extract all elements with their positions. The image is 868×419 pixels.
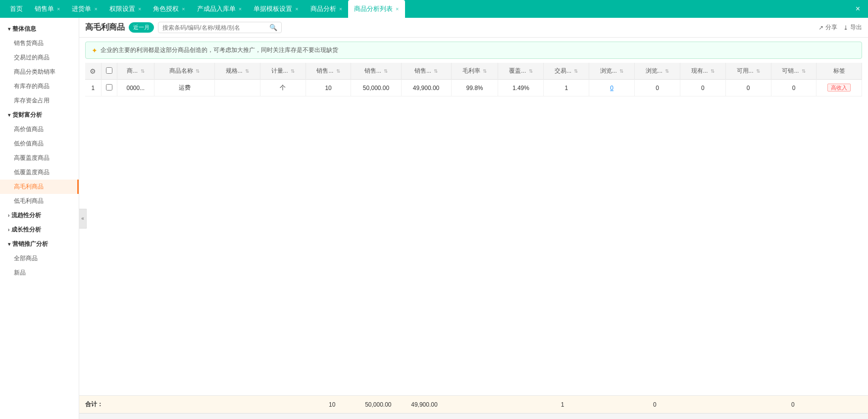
column-current[interactable]: 现有... ⇅	[680, 63, 725, 80]
close-tab-analysis[interactable]: ×	[339, 0, 342, 18]
sort-icon-sellable: ⇅	[802, 68, 806, 74]
sort-icon-gross-margin: ⇅	[483, 68, 487, 74]
close-tab-template[interactable]: ×	[295, 0, 298, 18]
tab-product-analysis[interactable]: 商品分析 ×	[305, 0, 348, 18]
column-sellable[interactable]: 可销... ⇅	[771, 63, 817, 80]
cell-spec	[214, 80, 260, 96]
cell-unit: 个	[260, 80, 306, 96]
close-tab-role[interactable]: ×	[182, 0, 185, 18]
share-icon: ↗	[818, 24, 823, 31]
export-icon: ⤓	[843, 24, 848, 31]
search-icon[interactable]: 🔍	[269, 24, 277, 31]
column-checkbox[interactable]	[101, 63, 117, 80]
horizontal-scrollbar[interactable]	[79, 413, 868, 419]
sidebar-group-growth[interactable]: › 成长性分析	[0, 223, 79, 237]
sort-icon-coverage: ⇅	[529, 68, 533, 74]
cell-code: 0000...	[117, 80, 154, 96]
cell-available: 0	[725, 80, 771, 96]
cell-gross-margin: 99.8%	[451, 80, 498, 96]
tab-template-settings[interactable]: 单据模板设置 ×	[248, 0, 304, 18]
tab-role-auth[interactable]: 角色授权 ×	[147, 0, 191, 18]
footer-label: 合计：	[85, 400, 125, 409]
column-sales-amount[interactable]: 销售... ⇅	[351, 63, 401, 80]
footer-total-bar: 合计： 10 50,000.00 49,900.00 1 0 0	[79, 395, 868, 413]
column-view1[interactable]: 浏览... ⇅	[589, 63, 635, 80]
footer-cell-empty9	[724, 401, 770, 408]
column-sales-cost[interactable]: 销售... ⇅	[401, 63, 451, 80]
sort-icon-code: ⇅	[141, 68, 145, 74]
column-settings[interactable]: ⚙	[85, 63, 101, 80]
close-all-tabs[interactable]: ×	[852, 4, 864, 13]
sidebar-group-marketing[interactable]: ▾ 营销推广分析	[0, 237, 79, 251]
cell-name: 运费	[154, 80, 215, 96]
page-title: 高毛利商品	[85, 22, 125, 33]
sidebar-item-category-rate[interactable]: 商品分类助销率	[0, 65, 79, 79]
main-layout: ▾ 整体信息 销售货商品 交易过的商品 商品分类助销率 有库存的商品 库存资金占…	[0, 18, 868, 419]
sort-icon-view1: ⇅	[619, 68, 623, 74]
cell-index: 1	[85, 80, 101, 96]
sidebar-item-stock-funds[interactable]: 库存资金占用	[0, 93, 79, 108]
footer-cell-empty6	[494, 401, 540, 408]
sidebar-item-all-goods[interactable]: 全部商品	[0, 251, 79, 266]
sidebar-item-high-coverage[interactable]: 高覆盖度商品	[0, 151, 79, 165]
sidebar-item-low-coverage[interactable]: 低覆盖度商品	[0, 165, 79, 180]
cell-checkbox[interactable]	[101, 80, 117, 96]
sidebar-item-high-margin[interactable]: 高毛利商品	[0, 180, 79, 194]
cell-view1[interactable]: 0	[589, 80, 635, 96]
tab-purchase-order[interactable]: 进货单 ×	[66, 0, 103, 18]
tab-product-inbound[interactable]: 产成品入库单 ×	[191, 0, 248, 18]
cell-sellable: 0	[771, 80, 817, 96]
sidebar-group-flow[interactable]: › 流趋性分析	[0, 208, 79, 223]
row-checkbox[interactable]	[106, 84, 112, 91]
close-tab-analysis-list[interactable]: ×	[396, 0, 399, 18]
tab-sales-order[interactable]: 销售单 ×	[29, 0, 66, 18]
sidebar-item-low-margin[interactable]: 低毛利商品	[0, 194, 79, 208]
footer-cell-empty8	[678, 401, 724, 408]
search-box: 🔍	[158, 22, 282, 33]
export-button[interactable]: ⤓ 导出	[843, 23, 862, 32]
column-spec[interactable]: 规格... ⇅	[214, 63, 260, 80]
column-trade[interactable]: 交易... ⇅	[544, 63, 589, 80]
column-coverage[interactable]: 覆盖... ⇅	[498, 63, 544, 80]
settings-icon[interactable]: ⚙	[90, 67, 96, 75]
column-tag[interactable]: 标签	[817, 63, 862, 80]
share-button[interactable]: ↗ 分享	[818, 23, 837, 32]
table-row: 1 0000... 运费 个 10 50,000.00 49,900.00 99…	[85, 80, 862, 96]
sort-icon-available: ⇅	[756, 68, 760, 74]
sidebar-item-low-value[interactable]: 低价值商品	[0, 137, 79, 151]
cell-current: 0	[680, 80, 725, 96]
sidebar-item-new-goods[interactable]: 新品	[0, 266, 79, 280]
close-tab-sales[interactable]: ×	[57, 0, 60, 18]
sidebar-item-traded-goods[interactable]: 交易过的商品	[0, 50, 79, 65]
close-tab-inbound[interactable]: ×	[239, 0, 242, 18]
sidebar-item-sales-goods[interactable]: 销售货商品	[0, 36, 79, 50]
sort-icon-current: ⇅	[711, 68, 715, 74]
tab-permission-settings[interactable]: 权限设置 ×	[103, 0, 147, 18]
tab-product-analysis-list[interactable]: 商品分析列表 ×	[348, 0, 405, 18]
sidebar-group-general[interactable]: ▾ 整体信息	[0, 22, 79, 36]
search-input[interactable]	[162, 24, 269, 31]
sort-icon-name: ⇅	[196, 68, 200, 74]
filter-recent-month-button[interactable]: 近一月	[129, 22, 154, 33]
close-tab-permission[interactable]: ×	[138, 0, 141, 18]
sort-icon-sales-qty: ⇅	[336, 68, 340, 74]
tab-home[interactable]: 首页	[4, 0, 29, 18]
sidebar-item-instock-goods[interactable]: 有库存的商品	[0, 79, 79, 93]
sidebar-collapse-button[interactable]: «	[79, 209, 87, 229]
column-unit[interactable]: 计量... ⇅	[260, 63, 306, 80]
column-gross-margin[interactable]: 毛利率 ⇅	[451, 63, 498, 80]
select-all-checkbox[interactable]	[106, 67, 112, 74]
column-available[interactable]: 可用... ⇅	[725, 63, 771, 80]
sidebar-group-wealth[interactable]: ▾ 货财富分析	[0, 108, 79, 122]
sort-icon-trade: ⇅	[574, 68, 578, 74]
column-code[interactable]: 商... ⇅	[117, 63, 154, 80]
column-sales-qty[interactable]: 销售... ⇅	[306, 63, 351, 80]
column-view2[interactable]: 浏览... ⇅	[635, 63, 680, 80]
sort-icon-spec: ⇅	[245, 68, 249, 74]
content-area: « 高毛利商品 近一月 🔍 ↗ 分享 ⤓ 导出 ✦ 企	[79, 18, 868, 419]
chevron-down-icon-2: ▾	[8, 112, 10, 118]
sidebar-item-high-value[interactable]: 高价值商品	[0, 122, 79, 137]
close-tab-purchase[interactable]: ×	[94, 0, 97, 18]
column-name[interactable]: 商品名称 ⇅	[154, 63, 215, 80]
table-header-row: ⚙ 商... ⇅ 商品名称 ⇅	[85, 63, 862, 80]
